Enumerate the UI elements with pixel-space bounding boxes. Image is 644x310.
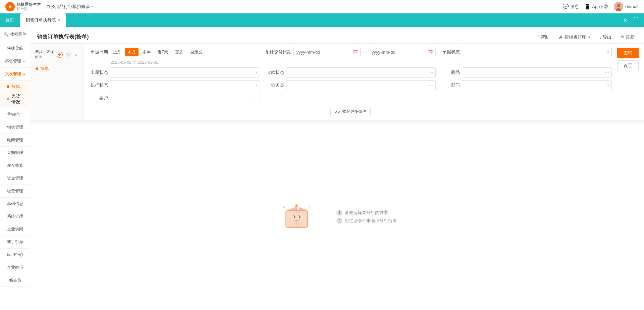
doc-status-select[interactable] (462, 47, 612, 57)
product-input[interactable] (462, 67, 612, 78)
refresh-btn[interactable]: ↻ 刷新 (618, 33, 637, 42)
system-label: 系统管理 (7, 214, 23, 219)
customer-label: 客户 (89, 95, 108, 101)
app-download-action[interactable]: 📱 App下载 (584, 4, 608, 10)
user-name: demo2 (625, 4, 639, 9)
sidebar-item-sales[interactable]: 销售管理 (0, 121, 30, 134)
tab-home-label: 首页 (5, 17, 14, 23)
tab-expand-btn[interactable]: ⛶ (632, 16, 640, 24)
tab-sales-order[interactable]: 销售订单执行表 × (20, 13, 66, 27)
sidebar-sub-item-order[interactable]: 按单 (4, 82, 26, 91)
filter-row-1: 单据日期 上月 本月 本年 近7天 更多 自定义 (89, 47, 612, 57)
message-icon: 💬 (562, 4, 569, 10)
sidebar-item-apps[interactable]: 应用中心 (0, 249, 30, 261)
sidebar-item-newbie[interactable]: 新手引导 (0, 236, 30, 248)
doc-status-cell: 单据状态 ▾ (441, 47, 612, 57)
page-title: 销售订单执行表(按单) (37, 34, 89, 41)
department-select[interactable] (462, 80, 612, 90)
scheme-dot (36, 67, 38, 70)
tab-close-icon[interactable]: × (58, 18, 60, 22)
tab-home[interactable]: 首页 (0, 13, 19, 27)
date-btn-last-month[interactable]: 上月 (110, 48, 124, 56)
expected-date-to-input[interactable] (369, 47, 436, 57)
expected-date-from-input[interactable] (293, 47, 361, 57)
exec-status-label: 执行状态 (89, 82, 108, 88)
customer-input[interactable] (110, 93, 260, 103)
collection-status-select[interactable] (286, 67, 436, 78)
tip-text-1: 请先选择要分析的方案 (344, 210, 388, 216)
logo-text: 畅捷通好生意 标准版 (17, 2, 41, 11)
print-arrow-icon: ▾ (588, 35, 590, 39)
tab-controls: ✕ ⛶ (621, 16, 644, 24)
exec-status-wrap: ▾ (110, 80, 260, 90)
tab-close-btn[interactable]: ✕ (621, 16, 629, 24)
setting-btn[interactable]: 设置 (617, 60, 639, 71)
inventory-label: 库存核算 (7, 163, 23, 168)
export-btn[interactable]: ↓ 导出 (597, 33, 614, 42)
date-range-text-row: 2023-03-01 至 2023-03-31 (89, 60, 612, 65)
date-separator: — (362, 49, 367, 55)
sidebar-item-wechat[interactable]: 企业微信 (0, 261, 30, 274)
sidebar-item-ecommerce[interactable]: 电商管理 (0, 134, 30, 146)
sidebar-item-purchase[interactable]: 采购管理 (0, 147, 30, 159)
date-btn-this-month[interactable]: 本月 (125, 48, 139, 56)
search-menu-btn[interactable]: 🔍 搜索菜单 (3, 30, 27, 39)
add-scheme-btn[interactable]: + (57, 52, 63, 58)
sidebar-newbie-section: 新手引导 (0, 236, 30, 249)
sidebar-system-section: 系统管理 (0, 210, 30, 223)
sidebar-item-enterprise[interactable]: 企业协同 (0, 223, 30, 236)
svg-point-3 (617, 4, 620, 7)
sidebar-retail-section: 零售管理 ▾ (0, 55, 30, 68)
collapse-icon: ∧∧ (335, 109, 341, 114)
sidebar-item-wholesale[interactable]: 批发管理 ▴ (0, 68, 30, 80)
app-download-label: App下载 (592, 4, 608, 10)
sidebar-item-marketing[interactable]: 营销推广 (0, 108, 30, 121)
date-btn-more[interactable]: 更多 (172, 48, 186, 56)
svg-point-1 (9, 6, 11, 8)
salesperson-input[interactable] (286, 80, 436, 90)
collection-status-wrap: ▾ (286, 67, 436, 78)
filter-scheme-sidebar: 按以下方案查询 + ✎ « 按单 (30, 44, 84, 120)
date-btn-custom[interactable]: 自定义 (187, 48, 205, 56)
product-cell: 商品 ··· (441, 67, 612, 78)
company-selector[interactable]: 办公用品行业模拟账套 ▾ (44, 2, 96, 11)
collapse-row: ∧∧ 收起更多条件 (89, 106, 612, 117)
exec-status-select[interactable] (110, 80, 260, 90)
single-date-cell: 单据日期 上月 本月 本年 近7天 更多 自定义 (89, 47, 260, 57)
date-btn-this-year[interactable]: 本年 (140, 48, 154, 56)
sidebar-item-system[interactable]: 系统管理 (0, 210, 30, 223)
edit-scheme-btn[interactable]: ✎ (65, 52, 71, 58)
sidebar-item-retail[interactable]: 零售管理 ▾ (0, 55, 30, 67)
sidebar-item-quick-nav[interactable]: 快捷导航 (0, 42, 30, 55)
user-area[interactable]: demo2 (614, 2, 639, 11)
sidebar-item-inventory[interactable]: 库存核算 (0, 159, 30, 172)
refresh-label: 刷新 (626, 34, 635, 40)
svg-text:✦: ✦ (308, 204, 311, 208)
salesperson-wrap: ··· (286, 80, 436, 90)
department-label: 部门 (441, 82, 460, 88)
retail-label: 零售管理 (5, 58, 21, 64)
sidebar-search-section: 🔍 搜索菜单 (0, 27, 30, 42)
query-btn[interactable]: 查询 (617, 48, 639, 58)
sidebar-item-operation[interactable]: 经营管理 (0, 185, 30, 197)
sidebar-item-finance[interactable]: 资金管理 (0, 172, 30, 185)
sub-item-order-label: 按单 (11, 84, 20, 90)
sidebar-sales-section: 销售管理 (0, 121, 30, 134)
sidebar-item-member[interactable]: 畅会员 (0, 274, 30, 287)
sidebar-sub-item-debt[interactable]: 欠货情况 (4, 91, 26, 107)
newbie-label: 新手引导 (7, 239, 23, 245)
out-status-select[interactable] (110, 67, 260, 78)
collapse-btn[interactable]: ∧∧ 收起更多条件 (330, 107, 371, 116)
collapse-scheme-btn[interactable]: « (73, 51, 79, 58)
filter-scheme-header: 按以下方案查询 + ✎ « (30, 48, 84, 63)
svg-marker-7 (299, 207, 308, 211)
help-btn[interactable]: ? 帮助 (534, 33, 552, 42)
sidebar-purchase-section: 采购管理 (0, 147, 30, 159)
date-btn-7days[interactable]: 近7天 (155, 48, 171, 56)
filter-row-3: 执行状态 ▾ 业务员 ··· (89, 80, 612, 90)
scheme-item-order[interactable]: 按单 (30, 63, 84, 74)
export-icon: ↓ (599, 35, 602, 40)
sidebar-item-basic[interactable]: 基础信息 (0, 198, 30, 210)
print-btn[interactable]: 🖨 按模板打印 ▾ (556, 33, 593, 42)
message-action[interactable]: 💬 消息 (562, 4, 579, 10)
